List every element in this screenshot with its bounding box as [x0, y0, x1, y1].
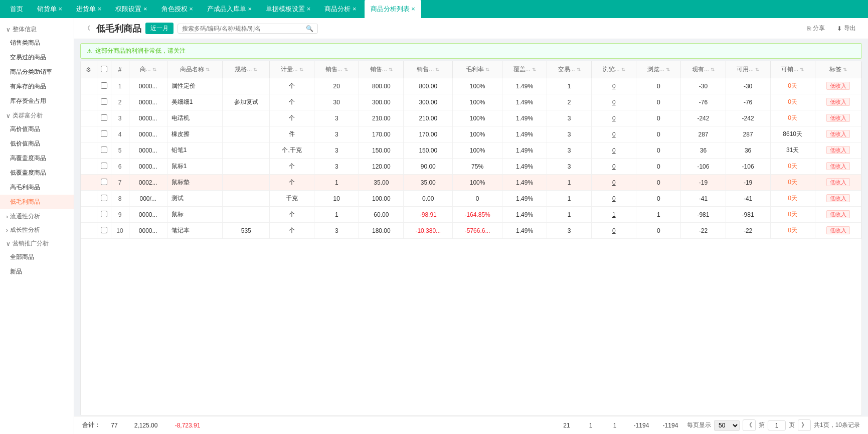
th-sales-profit[interactable]: 销售...⇅: [404, 61, 453, 78]
th-saleable[interactable]: 可销...⇅: [770, 61, 815, 78]
sidebar-group-circulation[interactable]: › 流通性分析: [0, 209, 74, 223]
cell-view2: 0: [636, 191, 681, 207]
cell-name: 鼠标垫: [167, 175, 223, 191]
cell-view1[interactable]: 0: [592, 78, 636, 94]
sidebar-item-traded-products[interactable]: 交易过的商品: [0, 50, 74, 65]
nav-item-templates[interactable]: 单据模板设置 ×: [260, 0, 316, 18]
cell-tag: 低收入: [815, 191, 861, 207]
cell-view1[interactable]: 0: [592, 110, 636, 126]
th-view2[interactable]: 浏览...⇅: [636, 61, 681, 78]
cell-sales-profit: 150.00: [404, 142, 453, 159]
th-name[interactable]: 商品名称⇅: [167, 61, 223, 78]
sidebar-item-low-coverage[interactable]: 低覆盖度商品: [0, 166, 74, 180]
th-code[interactable]: 商...⇅: [129, 61, 167, 78]
th-tag[interactable]: 标签⇅: [815, 61, 861, 78]
cell-num: 8: [111, 191, 129, 207]
page-size-select[interactable]: 50 100 200: [714, 420, 740, 431]
search-input[interactable]: [182, 25, 306, 32]
cell-settings: [81, 223, 97, 239]
sidebar-item-high-margin[interactable]: 高毛利商品: [0, 180, 74, 195]
cell-view1[interactable]: 0: [592, 94, 636, 110]
nav-item-sales[interactable]: 销货单 ×: [31, 0, 68, 18]
cell-spec: [223, 175, 270, 191]
cell-name: 测试: [167, 191, 223, 207]
footer-view1: 1: [581, 422, 601, 429]
th-checkbox[interactable]: [97, 61, 111, 78]
cell-unit: 个: [270, 175, 314, 191]
share-button[interactable]: ⎘ 分享: [803, 22, 829, 35]
cell-sales-price: 100.00: [359, 191, 404, 207]
th-unit[interactable]: 计量...⇅: [270, 61, 314, 78]
nav-item-purchase[interactable]: 进货单 ×: [70, 0, 107, 18]
cell-checkbox[interactable]: [97, 126, 111, 142]
page-input[interactable]: [768, 420, 786, 430]
nav-item-analysis-list[interactable]: 商品分析列表 ×: [365, 0, 421, 18]
th-settings[interactable]: ⚙: [81, 61, 97, 78]
cell-coverage: 1.49%: [502, 94, 547, 110]
cell-view2: 0: [636, 78, 681, 94]
nav-item-home[interactable]: 首页: [4, 0, 29, 18]
cell-view1[interactable]: 0: [592, 126, 636, 142]
cell-name: 鼠标1: [167, 159, 223, 175]
sidebar-item-sales-products[interactable]: 销售类商品: [0, 36, 74, 50]
select-all-checkbox[interactable]: [101, 66, 107, 72]
collapse-sidebar-btn[interactable]: 《: [82, 24, 92, 33]
cell-view1[interactable]: 0: [592, 142, 636, 159]
cell-coverage: 1.49%: [502, 126, 547, 142]
sidebar-item-stocked[interactable]: 有库存的商品: [0, 79, 74, 94]
cell-code: 0000...: [129, 207, 167, 223]
sidebar-item-capital[interactable]: 库存资金占用: [0, 94, 74, 108]
settings-icon[interactable]: ⚙: [86, 66, 91, 73]
cell-settings: [81, 207, 97, 223]
th-current-stock[interactable]: 现有...⇅: [681, 61, 726, 78]
sidebar: ∨ 整体信息 销售类商品 交易过的商品 商品分类助销率 有库存的商品 库存资金占…: [0, 18, 74, 434]
sidebar-item-new-products[interactable]: 新品: [0, 264, 74, 279]
cell-sales-profit: 800.00: [404, 78, 453, 94]
cell-transaction: 1: [547, 175, 592, 191]
prev-page-btn[interactable]: 《: [743, 419, 756, 431]
cell-view1[interactable]: 0: [592, 159, 636, 175]
cell-code: 0002...: [129, 175, 167, 191]
cell-sales-qty: 3: [314, 142, 359, 159]
cell-checkbox[interactable]: [97, 159, 111, 175]
cell-checkbox[interactable]: [97, 110, 111, 126]
table-row: 10 0000... 笔记本 535 个 3 180.00 -10,380...…: [81, 223, 861, 239]
nav-item-products[interactable]: 产成品入库单 ×: [201, 0, 258, 18]
th-sales-price[interactable]: 销售...⇅: [359, 61, 404, 78]
cell-view1[interactable]: 0: [592, 175, 636, 191]
cell-view1[interactable]: 0: [592, 191, 636, 207]
th-coverage[interactable]: 覆盖...⇅: [502, 61, 547, 78]
date-filter-button[interactable]: 近一月: [145, 23, 173, 34]
sidebar-item-all-products[interactable]: 全部商品: [0, 250, 74, 264]
th-spec[interactable]: 规格...⇅: [223, 61, 270, 78]
nav-item-roles[interactable]: 角色授权 ×: [155, 0, 199, 18]
cell-checkbox[interactable]: [97, 191, 111, 207]
th-transaction[interactable]: 交易...⇅: [547, 61, 592, 78]
footer-transaction: 21: [557, 422, 577, 429]
th-available[interactable]: 可用...⇅: [726, 61, 770, 78]
sidebar-item-high-coverage[interactable]: 高覆盖度商品: [0, 151, 74, 166]
next-page-btn[interactable]: 》: [798, 419, 811, 431]
cell-checkbox[interactable]: [97, 142, 111, 159]
sidebar-item-high-value[interactable]: 高价值商品: [0, 122, 74, 136]
sidebar-group-growth[interactable]: › 成长性分析: [0, 223, 74, 236]
th-view1[interactable]: 浏览...⇅: [592, 61, 636, 78]
footer-current-stock: -1194: [629, 422, 654, 429]
cell-transaction: 1: [547, 78, 592, 94]
cell-view1[interactable]: 0: [592, 223, 636, 239]
sidebar-item-category-rate[interactable]: 商品分类助销率: [0, 65, 74, 79]
search-icon[interactable]: 🔍: [306, 25, 313, 32]
cell-checkbox[interactable]: [97, 175, 111, 191]
nav-item-permissions[interactable]: 权限设置 ×: [109, 0, 153, 18]
cell-view1[interactable]: 1: [592, 207, 636, 223]
export-button[interactable]: ⬇ 导出: [833, 22, 860, 35]
cell-checkbox[interactable]: [97, 94, 111, 110]
th-sales-qty[interactable]: 销售...⇅: [314, 61, 359, 78]
cell-checkbox[interactable]: [97, 223, 111, 239]
cell-checkbox[interactable]: [97, 207, 111, 223]
sidebar-item-low-margin[interactable]: 低毛利商品: [0, 195, 74, 209]
nav-item-analysis[interactable]: 商品分析 ×: [318, 0, 362, 18]
cell-checkbox[interactable]: [97, 78, 111, 94]
sidebar-item-low-value[interactable]: 低价值商品: [0, 136, 74, 151]
th-gross-rate[interactable]: 毛利率⇅: [453, 61, 502, 78]
